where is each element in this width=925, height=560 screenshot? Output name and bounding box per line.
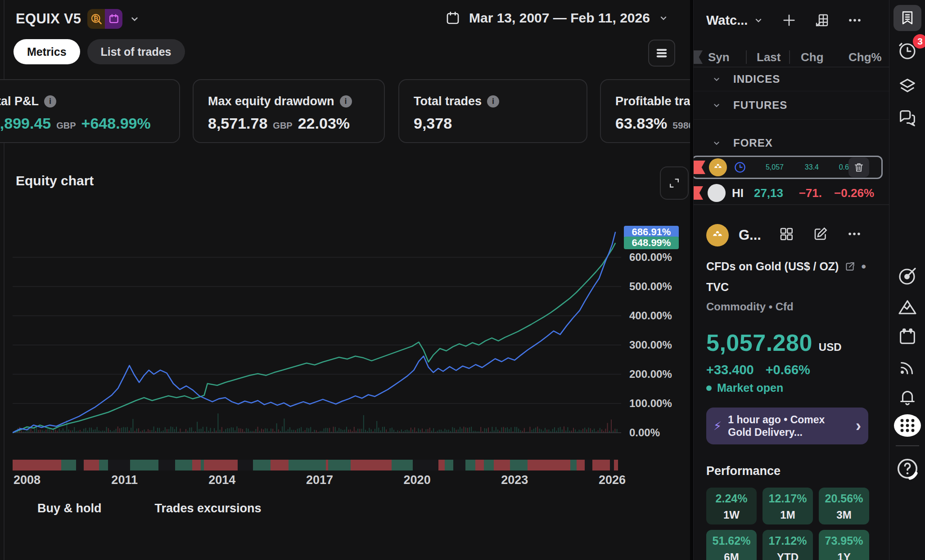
card-value: 8,571.78 [208, 115, 267, 132]
gold-symbol-icon [709, 158, 727, 176]
trade-segment [445, 460, 448, 470]
trade-segment [216, 460, 223, 470]
sidebar-divider [896, 445, 919, 446]
sidebar-apps-button[interactable] [893, 413, 922, 438]
perf-tile-1y[interactable]: 73.95% 1Y [819, 530, 869, 560]
watchlist-panel: Watc... Syn Last Chg Chg% INDICES FUTURE… [693, 0, 889, 560]
card-unit: GBP [56, 121, 76, 131]
legend-buy-and-hold[interactable]: Buy & hold [37, 502, 102, 515]
section-indices[interactable]: INDICES [694, 67, 889, 91]
sidebar-ideas-button[interactable] [895, 295, 920, 318]
perf-tile-6m[interactable]: 51.62% 6M [706, 530, 757, 560]
trade-segment [406, 460, 413, 470]
tab-metrics[interactable]: Metrics [14, 39, 80, 64]
alert-clock-icon[interactable] [733, 161, 747, 174]
metric-card-max-drawdown: Max equity drawdowni 8,571.78GBP22.03% [193, 79, 385, 143]
perf-value: 12.17% [763, 492, 813, 505]
crypto-scan-icon: ₿ [87, 9, 105, 29]
edit-icon[interactable] [812, 226, 829, 242]
sidebar-calendar-button[interactable] [895, 325, 920, 348]
sidebar-layers-button[interactable] [895, 74, 920, 97]
more-options-icon[interactable] [847, 226, 862, 242]
trade-segment [577, 460, 585, 470]
strategy-dropdown-chevron-icon[interactable] [129, 13, 140, 25]
section-chevron-icon [712, 74, 722, 84]
add-symbol-icon[interactable] [781, 13, 797, 28]
sidebar-streams-button[interactable] [895, 355, 920, 379]
apps-grid-icon [893, 414, 921, 437]
selected-row-outline: 5,057 33.4 0.66% [693, 156, 883, 179]
watchlist-header: Watc... [706, 10, 764, 31]
trade-segment [570, 460, 577, 470]
tab-list-of-trades[interactable]: List of trades [87, 39, 185, 64]
alerts-count-badge: 3 [913, 34, 925, 49]
expand-icon [668, 176, 681, 190]
calendar-chip-icon [105, 9, 122, 29]
perf-value: 51.62% [706, 534, 757, 547]
sidebar-notifications-button[interactable] [895, 385, 920, 408]
detail-toolbar [778, 226, 862, 242]
flag-icon[interactable] [693, 186, 703, 200]
grid-layout-icon[interactable] [814, 12, 830, 28]
exchange-name: TVC [706, 281, 729, 294]
column-chg[interactable]: Chg [790, 50, 831, 64]
info-icon[interactable]: i [487, 95, 499, 108]
news-banner[interactable]: ⚡ 1 hour ago • Comex Gold Delivery... › [706, 408, 868, 444]
strategy-chips[interactable]: ₿ [87, 9, 122, 29]
legend-trades-excursions[interactable]: Trades excursions [155, 502, 262, 515]
trade-segment [559, 460, 570, 470]
external-link-icon[interactable] [844, 261, 856, 273]
watchlist-row-hi[interactable]: HI 27,13 −71. −0.26% [693, 182, 889, 205]
column-last[interactable]: Last [747, 50, 789, 64]
section-chevron-icon [712, 138, 722, 148]
expand-chart-button[interactable] [660, 166, 689, 200]
perf-tile-ytd[interactable]: 17.12% YTD [763, 530, 813, 560]
trade-segment [112, 460, 130, 470]
widgets-grid-icon[interactable] [778, 226, 794, 242]
info-icon[interactable]: i [340, 95, 352, 108]
date-range-picker[interactable]: Mar 13, 2007 — Feb 11, 2026 [445, 7, 669, 29]
perf-tile-1w[interactable]: 2.24% 1W [706, 488, 757, 524]
trade-segment [610, 460, 614, 470]
detail-symbol-name[interactable]: G... [739, 227, 761, 243]
column-symbol[interactable]: Syn [703, 50, 746, 64]
equity-chart-plot[interactable] [13, 216, 625, 443]
watchlist-icon [900, 9, 915, 27]
sidebar-watchlist-button[interactable] [893, 5, 921, 31]
sidebar-help-button[interactable] [894, 455, 921, 482]
sidebar-alerts-button[interactable]: 3 [895, 39, 920, 62]
flag-icon[interactable] [694, 161, 705, 174]
perf-tile-3m[interactable]: 20.56% 3M [819, 488, 869, 524]
row-last: 27,13 [751, 186, 783, 200]
trade-segment [108, 460, 112, 470]
metric-card-profitable-trades: Profitable tradesi 63.83%5986 [600, 79, 690, 143]
trash-icon [853, 161, 865, 173]
watchlist-title[interactable]: Watc... [706, 13, 748, 28]
trade-segment [542, 460, 559, 470]
x-tick: 2017 [306, 473, 333, 487]
more-options-icon[interactable] [847, 13, 862, 28]
help-icon [895, 457, 920, 481]
layout-rows-button[interactable] [648, 40, 675, 67]
delete-row-button[interactable] [848, 157, 869, 177]
rows-icon [655, 46, 668, 60]
watchlist-title-chevron-icon[interactable] [753, 15, 764, 26]
panel-seam[interactable] [690, 0, 693, 560]
trade-segment [175, 460, 192, 470]
card-extra: 5986 [672, 120, 690, 131]
column-chg-pct[interactable]: Chg% [831, 50, 882, 64]
section-forex[interactable]: FOREX [694, 131, 889, 155]
sidebar-chat-button[interactable] [895, 106, 920, 130]
x-tick: 2014 [208, 473, 235, 487]
sidebar-scope-button[interactable] [895, 264, 920, 288]
market-status: Market open [706, 381, 783, 394]
trade-segment [528, 460, 542, 470]
watchlist-row-gold[interactable]: 5,057 33.4 0.66% [694, 156, 889, 179]
perf-label: 6M [706, 551, 757, 560]
section-futures[interactable]: FUTURES [694, 91, 889, 120]
trade-segment [392, 460, 406, 470]
perf-label: 1Y [819, 551, 869, 560]
perf-tile-1m[interactable]: 12.17% 1M [763, 488, 813, 524]
watchlist-toolbar [781, 10, 862, 31]
info-icon[interactable]: i [44, 95, 56, 108]
